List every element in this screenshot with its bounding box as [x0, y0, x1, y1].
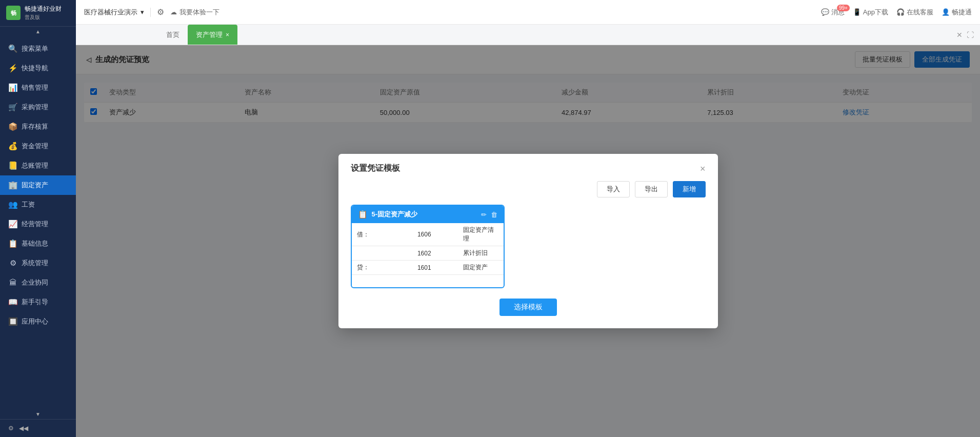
sidebar-item-guide[interactable]: 📖 新手引导 — [0, 292, 76, 312]
template-accounts-table: 借： 1606 固定资产清理 1602 累计折旧 — [352, 223, 504, 287]
quick-nav-icon: ⚡ — [8, 64, 17, 73]
chevron-down-icon: ▾ — [141, 8, 144, 16]
operations-icon: 📈 — [8, 220, 17, 229]
template-card: 📋 5-固定资产减少 ✏ 🗑 — [351, 205, 505, 288]
sidebar: 畅 畅捷通好业财 普及版 ▲ 🔍 搜索菜单 ⚡ 快捷导航 📊 销售管理 🛒 采购… — [0, 0, 76, 437]
company-selector[interactable]: 医疗器械行业演示 ▾ — [84, 8, 144, 17]
tab-asset-management[interactable]: 资产管理 × — [188, 25, 237, 45]
app-center-icon: 🔲 — [8, 317, 17, 326]
fixed-assets-icon: 🏢 — [8, 181, 17, 190]
template-code: 1602 — [412, 246, 458, 261]
tab-close-icon[interactable]: × — [226, 31, 229, 38]
template-card-actions: ✏ 🗑 — [481, 211, 497, 218]
template-row: 借： 1606 固定资产清理 — [352, 223, 504, 246]
sidebar-item-label: 应用中心 — [22, 317, 48, 326]
sidebar-item-label: 新手引导 — [22, 297, 48, 307]
export-button[interactable]: 导出 — [635, 181, 668, 197]
username-label: 畅捷通 — [952, 8, 972, 17]
sidebar-scroll-down[interactable]: ▼ — [0, 409, 76, 419]
payroll-icon: 👥 — [8, 200, 17, 209]
sidebar-item-label: 经营管理 — [22, 220, 48, 229]
message-badge: 99+ — [837, 5, 850, 11]
template-type — [352, 246, 412, 261]
topbar: 医疗器械行业演示 ▾ ⚙ ☁ 我要体验一下 💬 消息 99+ 📱 App下载 🎧… — [76, 0, 980, 25]
sidebar-item-ledger[interactable]: 📒 总账管理 — [0, 156, 76, 175]
sidebar-item-payroll[interactable]: 👥 工资 — [0, 195, 76, 214]
experience-label: 我要体验一下 — [179, 8, 219, 17]
template-row: 1602 累计折旧 — [352, 246, 504, 261]
basic-info-icon: 📋 — [8, 239, 17, 248]
import-button[interactable]: 导入 — [597, 181, 630, 197]
maximize-window-icon[interactable]: ⛶ — [967, 31, 974, 39]
select-template-button[interactable]: 选择模板 — [499, 299, 557, 316]
sidebar-item-inventory[interactable]: 📦 库存核算 — [0, 117, 76, 136]
purchase-icon: 🛒 — [8, 103, 17, 112]
content-area: ◁ 生成的凭证预览 批量凭证模板 全部生成凭证 变动类型 资产名称 固定资产原值 — [76, 45, 980, 437]
sidebar-item-label: 采购管理 — [22, 103, 48, 112]
online-service-button[interactable]: 🎧 在线客服 — [896, 8, 933, 17]
tab-home[interactable]: 首页 — [158, 25, 188, 45]
modal-backdrop[interactable]: 设置凭证模板 × 导入 导出 新增 📋 5-固定资产减少 — [76, 45, 980, 437]
capital-icon: 💰 — [8, 142, 17, 151]
template-row — [352, 275, 504, 288]
sidebar-item-label: 资金管理 — [22, 142, 48, 151]
sales-icon: 📊 — [8, 83, 17, 92]
template-code: 1601 — [412, 261, 458, 275]
company-name: 医疗器械行业演示 — [84, 8, 137, 17]
app-download-button[interactable]: 📱 App下载 — [853, 8, 888, 17]
sidebar-item-label: 搜索菜单 — [22, 44, 48, 53]
sidebar-item-label: 工资 — [22, 200, 35, 209]
sidebar-item-sales[interactable]: 📊 销售管理 — [0, 78, 76, 97]
template-card-body: 借： 1606 固定资产清理 1602 累计折旧 — [352, 223, 504, 287]
template-type: 借： — [352, 223, 412, 246]
system-icon: ⚙ — [8, 259, 17, 268]
modal-dialog: 设置凭证模板 × 导入 导出 新增 📋 5-固定资产减少 — [338, 154, 718, 328]
sidebar-item-capital[interactable]: 💰 资金管理 — [0, 136, 76, 156]
modal-header: 设置凭证模板 × — [338, 154, 718, 174]
settings-icon[interactable]: ⚙ — [8, 425, 14, 432]
sidebar-header: 畅 畅捷通好业财 普及版 — [0, 0, 76, 27]
template-account: 固定资产清理 — [458, 223, 504, 246]
template-list: 📋 5-固定资产减少 ✏ 🗑 — [351, 205, 706, 288]
sidebar-nav: 🔍 搜索菜单 ⚡ 快捷导航 📊 销售管理 🛒 采购管理 📦 库存核算 💰 资金管… — [0, 37, 76, 409]
app-edition: 普及版 — [25, 14, 62, 21]
topbar-divider — [150, 8, 151, 17]
sidebar-item-quick-nav[interactable]: ⚡ 快捷导航 — [0, 58, 76, 78]
sidebar-item-label: 企业协同 — [22, 278, 48, 287]
delete-template-icon[interactable]: 🗑 — [491, 211, 497, 218]
sidebar-item-operations[interactable]: 📈 经营管理 — [0, 214, 76, 234]
modal-close-button[interactable]: × — [700, 164, 706, 173]
edit-template-icon[interactable]: ✏ — [481, 211, 487, 218]
template-code — [412, 275, 458, 288]
sidebar-item-app-center[interactable]: 🔲 应用中心 — [0, 312, 76, 331]
app-logo: 畅 — [6, 6, 21, 20]
tabbar: 首页 资产管理 × ✕ ⛶ — [76, 25, 980, 45]
sidebar-item-purchase[interactable]: 🛒 采购管理 — [0, 97, 76, 117]
gear-icon[interactable]: ⚙ — [157, 7, 164, 17]
tab-label: 资产管理 — [196, 30, 223, 39]
sidebar-item-enterprise[interactable]: 🏛 企业协同 — [0, 273, 76, 292]
sidebar-item-label: 系统管理 — [22, 259, 48, 268]
user-button[interactable]: 👤 畅捷通 — [942, 8, 972, 17]
sidebar-item-system[interactable]: ⚙ 系统管理 — [0, 253, 76, 273]
template-doc-icon: 📋 — [358, 210, 368, 219]
template-code: 1606 — [412, 223, 458, 246]
experience-button[interactable]: ☁ 我要体验一下 — [170, 8, 219, 17]
new-template-button[interactable]: 新增 — [673, 181, 706, 197]
sidebar-item-basic-info[interactable]: 📋 基础信息 — [0, 234, 76, 253]
sidebar-item-label: 总账管理 — [22, 161, 48, 170]
sidebar-scroll-up[interactable]: ▲ — [0, 27, 76, 37]
sidebar-item-fixed-assets[interactable]: 🏢 固定资产 — [0, 175, 76, 195]
headset-icon: 🎧 — [896, 8, 905, 16]
sidebar-item-search[interactable]: 🔍 搜索菜单 — [0, 39, 76, 58]
sidebar-bottom: ⚙ ◀◀ — [0, 419, 76, 437]
app-download-label: App下载 — [863, 8, 888, 17]
collapse-icon[interactable]: ◀◀ — [19, 425, 28, 432]
message-button[interactable]: 💬 消息 99+ — [821, 8, 845, 17]
online-service-label: 在线客服 — [907, 8, 933, 17]
search-icon: 🔍 — [8, 44, 17, 53]
template-account — [458, 275, 504, 288]
template-account: 累计折旧 — [458, 246, 504, 261]
sidebar-item-label: 库存核算 — [22, 122, 48, 131]
close-window-icon[interactable]: ✕ — [956, 31, 963, 39]
